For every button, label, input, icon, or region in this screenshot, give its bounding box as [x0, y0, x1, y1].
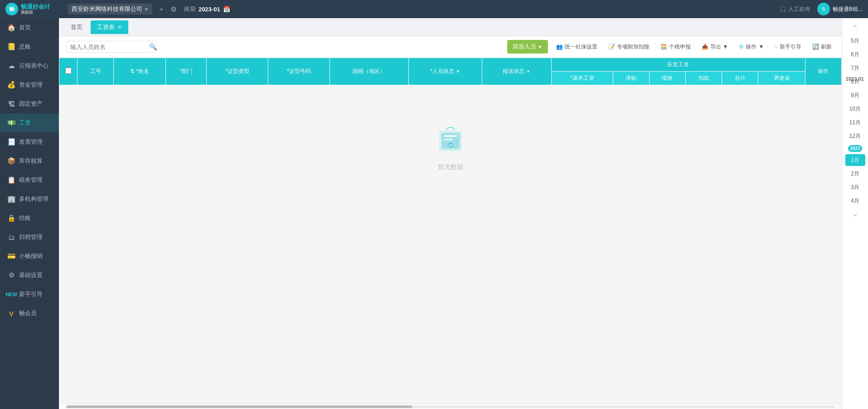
operations-action[interactable]: ⚙ 操作 ▼ [736, 41, 766, 53]
sidebar-item-cloud-report[interactable]: ☁ 云报表中心 [0, 56, 59, 75]
search-input[interactable] [70, 44, 146, 50]
year-2023-badge: 2023 [848, 145, 862, 152]
sidebar-label-inventory: 库存核算 [19, 157, 43, 165]
top-header: 畅 畅通好会计 旗舰版 西安虾米网络科技有限公司 ▼ ＋ ⚙ 账期 2023-0… [0, 0, 868, 18]
sidebar-item-inventory[interactable]: 📦 库存核算 [0, 151, 59, 170]
sidebar-item-member[interactable]: V 畅会员 [0, 304, 59, 323]
th-total: 合计 [722, 72, 758, 85]
refresh-label: 刷新 [821, 43, 832, 51]
report-status-filter-icon[interactable]: ▼ [526, 69, 530, 74]
sidebar-item-settings[interactable]: ⚙ 基础设置 [0, 266, 59, 285]
search-icon[interactable]: 🔍 [149, 43, 157, 50]
account-period: 账期 2023-01 📅 [184, 5, 230, 13]
personal-tax-action[interactable]: 🧮 个税申报 [658, 41, 693, 53]
expense-icon: 💳 [7, 252, 15, 260]
sidebar-item-guide[interactable]: NEW 新手引导 [0, 285, 59, 304]
company-selector[interactable]: 西安虾米网络科技有限公司 ▼ [68, 4, 152, 15]
th-nationality: 国籍（地区） [330, 58, 408, 85]
member-icon: V [7, 309, 15, 317]
support-button[interactable]: 🎧 人工咨询 [780, 5, 810, 13]
period-value: 2023-01 [199, 6, 220, 13]
period-label: 账期 [184, 5, 196, 13]
avatar-icon: 头 [817, 3, 830, 15]
calendar-icon[interactable]: 📅 [223, 6, 230, 13]
sidebar-label-ledger: 总账 [19, 43, 31, 51]
sidebar-item-salary[interactable]: 💵 工资 [0, 113, 59, 132]
sidebar-label-assets: 固定资产 [19, 100, 43, 108]
sidebar-label-close: 结账 [19, 214, 31, 222]
user-name: 畅捷通B组... [833, 5, 863, 13]
sidebar-item-tax[interactable]: 📋 税务管理 [0, 170, 59, 190]
th-name: ⇅ *姓名 [114, 58, 166, 85]
month-item-4[interactable]: 4月 [845, 195, 865, 207]
operations-label: 操作 [746, 43, 756, 51]
sort-icon[interactable]: ⇅ [130, 68, 135, 74]
logo-main-text: 畅通好会计 [21, 3, 50, 10]
scroll-down-button[interactable]: ⌄ [850, 208, 860, 220]
sidebar-label-guide: 新手引导 [19, 290, 43, 298]
th-department: *部门 [166, 58, 206, 85]
inventory-icon: 📦 [7, 157, 15, 165]
toolbar: 🔍 添加人员 ▼ 👥 统一社保设置 📝 专项附加扣除 🧮 个税申报 [59, 36, 842, 58]
month-item-6[interactable]: 6月 [845, 49, 865, 60]
sidebar-item-expense[interactable]: 💳 小畅报销 [0, 247, 59, 266]
search-wrap[interactable]: 🔍 [66, 41, 157, 53]
add-person-button[interactable]: 添加人员 ▼ [507, 40, 548, 54]
th-cert-type: *证型类型 [206, 58, 268, 85]
extra-deduction-icon: 📝 [608, 44, 615, 50]
guide-action[interactable]: ○ 新手引导 [772, 41, 804, 53]
select-all-checkbox[interactable] [65, 68, 72, 74]
social-security-label: 统一社保设置 [565, 43, 597, 51]
extra-deduction-label: 专项附加扣除 [617, 43, 650, 51]
sidebar-label-invoice: 发票管理 [19, 138, 43, 146]
settings-icon[interactable]: ⚙ [170, 5, 177, 14]
bottom-scrollbar-thumb[interactable] [66, 405, 412, 408]
export-action[interactable]: 📤 导出 ▼ [699, 41, 731, 53]
tab-salary-close[interactable]: ✕ [117, 24, 122, 30]
fund-icon: 💰 [7, 81, 15, 89]
th-pension: 养老金 [758, 72, 805, 85]
month-item-3[interactable]: 3月 [845, 181, 865, 193]
user-profile[interactable]: 头 畅捷通B组... [817, 3, 863, 15]
sidebar-item-archive[interactable]: 🗂 归档管理 [0, 228, 59, 247]
sidebar-item-ledger[interactable]: 📒 总账 [0, 37, 59, 56]
header-right: 🎧 人工咨询 头 畅捷通B组... [780, 3, 863, 15]
th-employee-id: 工号 [78, 58, 114, 85]
month-item-10[interactable]: 10月 [845, 103, 865, 115]
personal-tax-label: 个税申报 [669, 43, 691, 51]
sidebar-item-invoice[interactable]: 🧾 发票管理 [0, 132, 59, 151]
th-checkbox[interactable] [59, 58, 78, 85]
person-status-filter-icon[interactable]: ▼ [456, 69, 460, 74]
th-cert-no: *证型号码 [268, 58, 330, 85]
svg-rect-3 [444, 139, 453, 141]
sidebar-item-multi-org[interactable]: 🏢 多机构管理 [0, 190, 59, 209]
logo-sub-text: 旗舰版 [21, 10, 50, 15]
extra-deduction-action[interactable]: 📝 专项附加扣除 [606, 41, 652, 53]
month-item-11[interactable]: 11月 [845, 117, 865, 128]
sidebar-item-assets[interactable]: 🏗 固定资产 [0, 94, 59, 113]
bottom-scrollbar-track[interactable] [66, 405, 834, 408]
sidebar-item-close[interactable]: 🔒 结账 [0, 209, 59, 228]
month-item-2[interactable]: 2月 [845, 168, 865, 180]
social-security-action[interactable]: 👥 统一社保设置 [553, 41, 600, 53]
month-item-5[interactable]: 5月 [845, 35, 865, 47]
refresh-icon: 🔄 [812, 44, 819, 50]
month-item-7[interactable]: 7月 [845, 62, 865, 74]
tax-icon: 📋 [7, 176, 15, 184]
company-dropdown-arrow: ▼ [144, 7, 149, 12]
tab-home[interactable]: 首页 [64, 20, 89, 34]
add-company-icon[interactable]: ＋ [158, 5, 165, 14]
scroll-up-button[interactable]: ⌃ [850, 22, 860, 34]
month-item-12[interactable]: 12月 [845, 130, 865, 142]
sidebar-label-home: 首页 [19, 24, 31, 32]
month-item-1[interactable]: 1月 [845, 154, 865, 166]
sidebar-item-home[interactable]: 🏠 首页 [0, 18, 59, 37]
month-item-9[interactable]: 9月 [845, 89, 865, 101]
refresh-action[interactable]: 🔄 刷新 [810, 41, 834, 53]
guide-btn-icon: ○ [775, 44, 778, 49]
svg-rect-2 [444, 135, 457, 137]
tab-salary[interactable]: 工资表 ✕ [91, 20, 128, 34]
sidebar-item-fund[interactable]: 💰 资金管理 [0, 75, 59, 94]
th-person-status: *人员状态 ▼ [408, 58, 482, 85]
close-period-icon: 🔒 [7, 214, 15, 222]
